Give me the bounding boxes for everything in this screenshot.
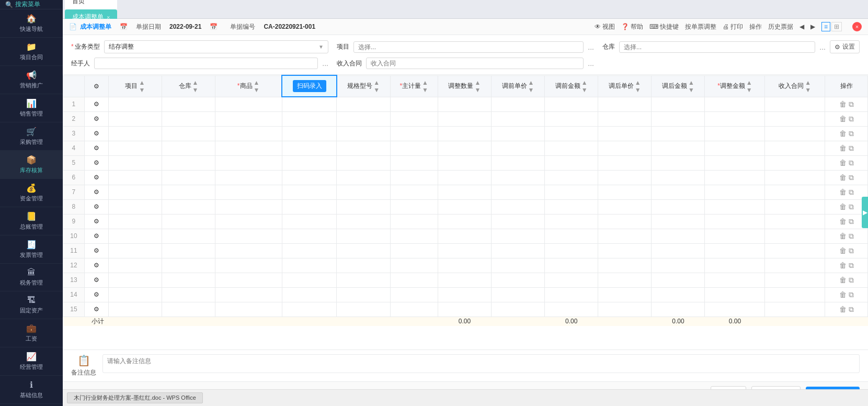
cell-warehouse-10[interactable] [162, 229, 215, 243]
cell-before_price-10[interactable] [491, 229, 544, 243]
sort-icon-unit[interactable]: ▲▼ [422, 79, 428, 94]
copy-row-btn[interactable]: ⧉ [849, 159, 854, 167]
shortcut-btn[interactable]: ⌨ 快捷键 [649, 22, 679, 31]
cell-before_price-8[interactable] [491, 199, 544, 214]
sidebar-item-ledger-mgmt[interactable]: 📒总账管理 [0, 207, 63, 235]
cell-after_price-7[interactable] [598, 185, 652, 199]
cell-before_price-13[interactable] [491, 273, 544, 287]
cell-adjust_qty-12[interactable] [438, 258, 491, 273]
cell-before_amount-7[interactable] [545, 185, 598, 199]
row-gear-10[interactable]: ⚙ [84, 229, 108, 243]
cell-adjust_amount-9[interactable] [705, 214, 765, 229]
cell-income_contract-1[interactable] [765, 97, 825, 111]
cell-warehouse-12[interactable] [162, 258, 215, 273]
cell-income_contract-7[interactable] [765, 185, 825, 199]
cell-spec-15[interactable] [337, 302, 390, 317]
row-gear-icon[interactable]: ⚙ [94, 203, 99, 210]
cell-after_price-15[interactable] [598, 302, 652, 317]
copy-row-btn[interactable]: ⧉ [849, 261, 854, 269]
sort-icon-project[interactable]: ▲▼ [139, 79, 145, 94]
sort-icon-adjust_qty[interactable]: ▲▼ [474, 79, 481, 94]
cell-before_amount-13[interactable] [545, 273, 598, 287]
row-gear-icon[interactable]: ⚙ [94, 130, 99, 137]
income-contract-input[interactable] [366, 58, 584, 69]
copy-row-btn[interactable]: ⧉ [849, 276, 854, 284]
cell-adjust_amount-7[interactable] [705, 185, 765, 199]
sidebar-item-fixed-assets[interactable]: 🏗固定资产 [0, 291, 63, 319]
handler-dots[interactable]: ... [322, 59, 328, 67]
cell-spec-9[interactable] [337, 214, 390, 229]
cell-income_contract-4[interactable] [765, 141, 825, 155]
cell-product-5[interactable] [215, 155, 282, 170]
cell-before_price-4[interactable] [491, 141, 544, 155]
cell-warehouse-1[interactable] [162, 97, 215, 111]
sidebar-item-inventory-calc[interactable]: 📦库存核算 [0, 151, 63, 179]
cell-after_price-1[interactable] [598, 97, 652, 111]
cell-adjust_amount-14[interactable] [705, 287, 765, 302]
cell-scan-12[interactable] [282, 258, 337, 273]
cell-product-8[interactable] [215, 199, 282, 214]
cell-warehouse-11[interactable] [162, 243, 215, 258]
gear-settings-icon[interactable]: ⚙ [94, 83, 99, 90]
sort-icon-before_price[interactable]: ▲▼ [528, 79, 534, 94]
cell-project-4[interactable] [108, 141, 162, 155]
cell-project-5[interactable] [108, 155, 162, 170]
cell-spec-8[interactable] [337, 199, 390, 214]
cell-scan-11[interactable] [282, 243, 337, 258]
cell-unit-14[interactable] [390, 287, 438, 302]
sidebar-item-sales-promotion[interactable]: 📢营销推广 [0, 66, 63, 94]
cell-adjust_qty-3[interactable] [438, 126, 491, 141]
cell-before_amount-1[interactable] [545, 97, 598, 111]
cell-before_amount-2[interactable] [545, 111, 598, 126]
cell-adjust_qty-13[interactable] [438, 273, 491, 287]
cell-spec-14[interactable] [337, 287, 390, 302]
warehouse-dots[interactable]: ... [819, 43, 826, 51]
cell-income_contract-12[interactable] [765, 258, 825, 273]
cell-spec-5[interactable] [337, 155, 390, 170]
cell-scan-10[interactable] [282, 229, 337, 243]
cell-adjust_amount-15[interactable] [705, 302, 765, 317]
actions-btn[interactable]: 操作 [749, 22, 762, 31]
row-gear-icon[interactable]: ⚙ [94, 232, 99, 240]
cell-after_amount-7[interactable] [652, 185, 705, 199]
cell-after_price-13[interactable] [598, 273, 652, 287]
cell-after_amount-3[interactable] [652, 126, 705, 141]
cell-project-2[interactable] [108, 111, 162, 126]
cell-adjust_qty-11[interactable] [438, 243, 491, 258]
delete-row-btn[interactable]: 🗑 [839, 232, 847, 240]
project-input[interactable] [353, 41, 584, 53]
cell-income_contract-11[interactable] [765, 243, 825, 258]
delete-row-btn[interactable]: 🗑 [839, 115, 847, 123]
cell-after_price-5[interactable] [598, 155, 652, 170]
cell-before_price-2[interactable] [491, 111, 544, 126]
row-gear-7[interactable]: ⚙ [84, 185, 108, 199]
cell-project-11[interactable] [108, 243, 162, 258]
row-gear-2[interactable]: ⚙ [84, 111, 108, 126]
copy-row-btn[interactable]: ⧉ [849, 129, 854, 138]
cell-before_amount-8[interactable] [545, 199, 598, 214]
cell-warehouse-4[interactable] [162, 141, 215, 155]
cell-adjust_amount-3[interactable] [705, 126, 765, 141]
cell-after_amount-15[interactable] [652, 302, 705, 317]
cell-warehouse-13[interactable] [162, 273, 215, 287]
row-gear-icon[interactable]: ⚙ [94, 291, 99, 298]
cell-adjust_amount-6[interactable] [705, 170, 765, 185]
row-gear-icon[interactable]: ⚙ [94, 115, 99, 122]
cell-project-9[interactable] [108, 214, 162, 229]
sidebar-item-basic-info[interactable]: ℹ基础信息 [0, 376, 63, 404]
row-gear-icon[interactable]: ⚙ [94, 262, 99, 269]
cell-income_contract-6[interactable] [765, 170, 825, 185]
row-gear-1[interactable]: ⚙ [84, 97, 108, 111]
grid-view-icon[interactable]: ⊞ [831, 22, 842, 31]
cell-before_amount-12[interactable] [545, 258, 598, 273]
cell-product-10[interactable] [215, 229, 282, 243]
cell-after_amount-10[interactable] [652, 229, 705, 243]
cell-after_price-14[interactable] [598, 287, 652, 302]
cell-warehouse-3[interactable] [162, 126, 215, 141]
cell-warehouse-6[interactable] [162, 170, 215, 185]
delete-row-btn[interactable]: 🗑 [839, 276, 847, 284]
sort-icon-before_amount[interactable]: ▲▼ [581, 79, 588, 94]
delete-row-btn[interactable]: 🗑 [839, 290, 847, 299]
cell-warehouse-15[interactable] [162, 302, 215, 317]
col-header-gear[interactable]: ⚙ [84, 75, 108, 97]
